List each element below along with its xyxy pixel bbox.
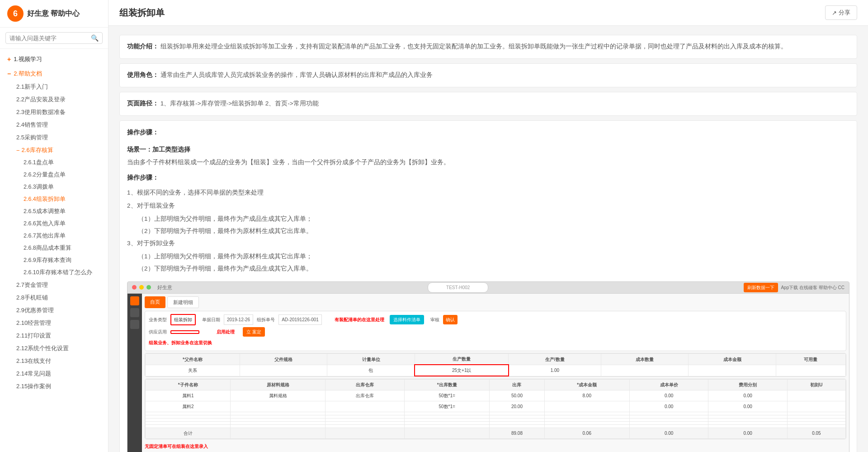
logo-text: 好生意 帮助中心 — [27, 9, 80, 19]
form-supplier-label: 供应店用 — [149, 328, 167, 336]
sidebar-item-2-11[interactable]: 2.11打印设置 — [0, 329, 108, 342]
th-prod-qty: 生产数量 — [415, 354, 508, 365]
step2-sub2: （2）下部明细为子件明细，最终作为原材料生成其它出库单。 — [127, 226, 849, 237]
sidebar-item-2[interactable]: − 2.帮助文档 — [0, 67, 108, 81]
th-parent-name: *父件名称 — [146, 354, 240, 365]
header: 组装拆卸单 ↗ 分享 — [108, 0, 868, 26]
th-available: 可用量 — [776, 354, 845, 365]
screenshot-container: 好生意 TEST-H002 刷新数据一下 App下载 在线碰客 帮助中心 CC — [127, 281, 849, 452]
th-cost-price: 成本单价 — [629, 380, 708, 390]
sidebar-item-2-4[interactable]: 2.4销售管理 — [0, 119, 108, 131]
sidebar-item-2-8[interactable]: 2.8手机旺铺 — [0, 291, 108, 304]
scenario1-title: 场景一：加工类型选择 — [127, 144, 849, 155]
form-supplier-val — [170, 330, 199, 334]
btn-select-parts: 选择料件清单 — [390, 315, 424, 324]
sidebar-item-2-5[interactable]: 2.5采购管理 — [0, 131, 108, 144]
form-date-label: 单据日期 — [202, 316, 220, 324]
content-area: 功能介绍： 组装拆卸单用来处理企业组装或拆卸等加工业务，支持有固定装配清单的产品… — [108, 26, 868, 452]
annotation3: 组装业务、拆卸业务在这里切换 — [149, 340, 212, 345]
sidebar-item-2-7[interactable]: 2.7资金管理 — [0, 279, 108, 291]
intro-block: 功能介绍： 组装拆卸单用来处理企业组装或拆卸等加工业务，支持有固定装配清单的产品… — [119, 35, 857, 59]
sidebar-item-2-14[interactable]: 2.14常见问题 — [0, 367, 108, 380]
table-row: 属料2 50数*1= 20.00 0.00 0.00 — [146, 401, 846, 412]
tab-new: 新建明细 — [167, 296, 199, 309]
form-audit-btn: 确认 — [443, 315, 458, 324]
expand-icon-1: + — [7, 56, 11, 63]
sidebar-item-2-12[interactable]: 2.12系统个性化设置 — [0, 342, 108, 355]
sidebar-item-2-2[interactable]: 2.2产品安装及登录 — [0, 93, 108, 106]
sidebar-item-2-6-8[interactable]: 2.6.8商品成本重算 — [0, 242, 108, 254]
sidebar-item-2-15[interactable]: 2.15操作案例 — [0, 380, 108, 393]
th-child-name: *子件名称 — [146, 380, 231, 390]
table-footer: 合计 89.08 0.06 0.00 0.00 0.05 — [146, 428, 846, 439]
table-row: 关系 包 25文+1以 1.00 — [146, 365, 846, 376]
nav-section-2: − 2.帮助文档 2.1新手入门 2.2产品安装及登录 2.3使用前数据准备 2… — [0, 67, 108, 393]
annotation2: 启用处理 — [217, 328, 235, 336]
sidebar-item-2-6-4[interactable]: 2.6.4组装拆卸单 — [0, 193, 108, 205]
table-row — [146, 419, 846, 422]
sub-annotation: 无固定清单可在组装在这里录入 — [145, 444, 208, 449]
sidebar-item-2-6-9[interactable]: 2.6.9库存账本查询 — [0, 254, 108, 266]
th-unit: 计量单位 — [327, 354, 415, 365]
search-box: 🔍 — [5, 32, 103, 44]
annotation1: 有装配清单的在这里处理 — [335, 316, 384, 324]
expand-icon-2: − — [7, 70, 11, 77]
path-label: 页面路径： — [127, 100, 159, 107]
share-icon: ↗ — [832, 10, 837, 16]
step1: 1、根据不同的业务，选择不同单据的类型来处理 — [127, 188, 849, 198]
intro-text: 组装拆卸单用来处理企业组装或拆卸等加工业务，支持有固定装配清单的产品加工业务，也… — [160, 43, 787, 50]
form-type-val: 组装拆卸 — [170, 314, 196, 325]
sidebar-item-2-6[interactable]: − 2.6库存核算 — [0, 144, 108, 157]
sidebar-item-2-6-5[interactable]: 2.6.5成本调整单 — [0, 205, 108, 218]
sidebar-item-2-6-10[interactable]: 2.6.10库存账本错了怎么办 — [0, 266, 108, 279]
logo-icon: 6 — [7, 5, 24, 22]
th-out: 出库 — [490, 380, 544, 390]
sidebar-item-2-13[interactable]: 2.13在线支付 — [0, 355, 108, 367]
address-bar: TEST-H002 — [428, 282, 488, 293]
th-prod-qty2: 生产/数量 — [509, 354, 601, 365]
screenshot-topbar-right: App下载 在线碰客 帮助中心 CC — [781, 284, 844, 291]
search-icon[interactable]: 🔍 — [91, 34, 99, 42]
table-row — [146, 412, 846, 415]
role-text: 通常由生产人员或库管人员完成拆装业务的操作，库管人员确认原材料的出库和产成品的入… — [160, 71, 433, 78]
table-parent: *父件名称 父件规格 计量单位 生产数量 生产/数量 成本数量 成本金额 可用量 — [145, 353, 846, 376]
th-cost-qty: 成本数量 — [601, 354, 689, 365]
step2-sub1: （1）上部明细为父件明细，最终作为产成品生成其它入库单； — [127, 214, 849, 224]
form-code-val: AD-20191226-001 — [278, 314, 322, 325]
role-block: 使用角色： 通常由生产人员或库管人员完成拆装业务的操作，库管人员确认原材料的出库… — [119, 63, 857, 87]
sidebar-item-label-1: 1.视频学习 — [14, 55, 42, 63]
tab-home: 自页 — [145, 296, 165, 309]
sidebar-item-2-6-6[interactable]: 2.6.6其他入库单 — [0, 218, 108, 230]
sidebar: 6 好生意 帮助中心 🔍 + 1.视频学习 − 2.帮助文档 2.1新手入门 2… — [0, 0, 108, 452]
form-code-label: 组拆单号 — [257, 316, 275, 324]
sidebar-item-2-6-7[interactable]: 2.6.7其他出库单 — [0, 230, 108, 242]
intro-label: 功能介绍： — [127, 43, 159, 50]
step2: 2、对于组装业务 — [127, 201, 849, 211]
logo-area: 6 好生意 帮助中心 — [0, 0, 108, 28]
th-cost-amt2: *成本金额 — [544, 380, 629, 390]
sidebar-item-2-10[interactable]: 2.10经营管理 — [0, 317, 108, 329]
sidebar-item-2-6-1[interactable]: 2.6.1盘点单 — [0, 157, 108, 169]
step3-sub1: （1）上部明细为父件明细，最终作为原材料生成其它出库单； — [127, 252, 849, 262]
sidebar-item-1[interactable]: + 1.视频学习 — [0, 52, 108, 66]
form-type-label: 业务类型 — [149, 316, 167, 324]
nav-section-1: + 1.视频学习 — [0, 52, 108, 66]
th-child-spec: 原材料规格 — [231, 380, 326, 390]
search-input[interactable] — [9, 35, 91, 42]
role-label: 使用角色： — [127, 71, 159, 78]
window-min-dot — [139, 285, 144, 290]
sidebar-item-2-9[interactable]: 2.9优惠券管理 — [0, 304, 108, 317]
search-area: 🔍 — [0, 28, 108, 49]
sidebar-item-2-6-2[interactable]: 2.6.2分量盘点单 — [0, 169, 108, 181]
sidebar-item-2-3[interactable]: 2.3使用前数据准备 — [0, 106, 108, 119]
path-block: 页面路径： 1、库存核算->库存管理->组装拆卸单 2、首页->常用功能 — [119, 92, 857, 116]
ops-title: 操作步骤： — [127, 127, 849, 138]
sidebar-item-2-6-3[interactable]: 2.6.3调拨单 — [0, 181, 108, 193]
step3: 3、对于拆卸业务 — [127, 238, 849, 249]
share-button[interactable]: ↗ 分享 — [825, 5, 857, 20]
table-row — [146, 415, 846, 419]
sidebar-item-2-1[interactable]: 2.1新手入门 — [0, 81, 108, 93]
sidebar-item-label-2: 2.帮助文档 — [14, 70, 42, 78]
window-max-dot — [146, 285, 151, 290]
th-warehouse: 出库仓库 — [326, 380, 404, 390]
